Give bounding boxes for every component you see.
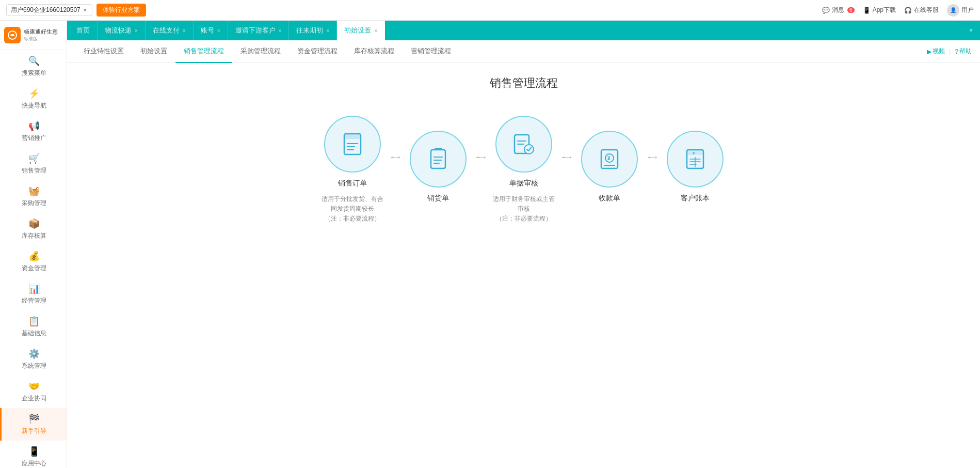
sidebar-item-quick-nav[interactable]: ⚡ 快捷导航 (0, 83, 67, 115)
nav-tab-account[interactable]: 账号 × (194, 21, 228, 40)
messages-item[interactable]: 💬 消息 6 (822, 6, 855, 14)
top-bar: 用户690企业1660120507 ▼ 体验行业方案 💬 消息 6 📱 App下… (0, 0, 980, 21)
sidebar-item-label: 应用中心 (22, 459, 46, 468)
close-icon[interactable]: × (279, 28, 282, 34)
sidebar-item-basic-info[interactable]: 📋 基础信息 (0, 310, 67, 343)
close-icon[interactable]: × (135, 28, 138, 34)
experience-button[interactable]: 体验行业方案 (97, 4, 146, 17)
user-item[interactable]: 👤 用户 (947, 4, 974, 17)
svg-rect-6 (431, 150, 445, 168)
handshake-icon: 🤝 (28, 381, 40, 392)
nav-tab-logistics[interactable]: 物流快递 × (98, 21, 146, 40)
divider: | (949, 48, 951, 55)
flow-arrow-1: --→ (391, 152, 400, 188)
page-title: 销售管理流程 (84, 75, 963, 91)
sidebar-item-sales[interactable]: 🛒 销售管理 (0, 148, 67, 180)
online-service-label: 在线客服 (914, 6, 939, 14)
close-icon[interactable]: × (326, 28, 329, 34)
sidebar-item-operations[interactable]: 📊 经营管理 (0, 278, 67, 310)
sidebar-item-marketing[interactable]: 📢 营销推广 (0, 115, 67, 148)
close-all-button[interactable]: × (964, 27, 978, 34)
user-selector[interactable]: 用户690企业1660120507 ▼ (6, 4, 92, 16)
basket-icon: 🧺 (28, 185, 40, 197)
help-action[interactable]: ? 帮助 (955, 47, 972, 56)
flow-arrow-2: --→ (476, 152, 486, 188)
sidebar-item-finance[interactable]: 💰 资金管理 (0, 245, 67, 278)
gear-icon: ⚙️ (28, 348, 40, 360)
sidebar-item-label: 系统管理 (22, 362, 46, 370)
mobile-icon: 📱 (863, 7, 871, 14)
money-icon: 💰 (28, 251, 40, 262)
sidebar-item-enterprise-collab[interactable]: 🤝 企业协同 (0, 376, 67, 408)
sub-tab-label: 行业特性设置 (84, 46, 124, 56)
nav-tab-invite-downstream[interactable]: 邀请下游客户 × (228, 21, 290, 40)
flow-step-receipt: ¥ 收款单 (573, 131, 646, 209)
nav-tab-label: 在线支付 (153, 26, 180, 35)
sub-tab-capital-flow[interactable]: 资金管理流程 (289, 40, 346, 63)
flow-arrow-3: --→ (562, 152, 571, 188)
svg-point-7 (437, 148, 439, 150)
help-label: 帮助 (959, 47, 972, 56)
search-icon: 🔍 (28, 55, 40, 67)
nav-tab-home[interactable]: 首页 (69, 21, 98, 40)
flow-circle-delivery (410, 131, 467, 188)
sidebar-item-label: 采购管理 (22, 199, 46, 208)
flow-step-label: 客户账本 (681, 194, 710, 203)
megaphone-icon: 📢 (28, 120, 40, 132)
app-download-item[interactable]: 📱 App下载 (863, 6, 896, 14)
sub-tab-industry-settings[interactable]: 行业特性设置 (75, 40, 132, 63)
sidebar-item-app-center[interactable]: 📱 应用中心 (0, 441, 67, 468)
nav-tab-label: 首页 (76, 26, 90, 35)
messages-label: 消息 (832, 6, 844, 14)
flow-step-label: 收款单 (599, 194, 620, 203)
sidebar-item-inventory[interactable]: 📦 库存核算 (0, 213, 67, 245)
sidebar-item-system[interactable]: ⚙️ 系统管理 (0, 343, 67, 376)
video-action[interactable]: ▶ 视频 (927, 47, 945, 56)
flow-step-customer-ledger: ¥ 客户账本 (659, 131, 731, 209)
chevron-down-icon: ▼ (83, 7, 88, 13)
sub-tab-inventory-flow[interactable]: 库存核算流程 (346, 40, 403, 63)
sub-tab-marketing-flow[interactable]: 营销管理流程 (403, 40, 459, 63)
sidebar-item-label: 资金管理 (22, 264, 46, 273)
sidebar-item-label: 搜索菜单 (22, 69, 46, 77)
flow-step-sales-order: 销售订单 适用于分批发货、有合同发货周期较长（注：非必要流程） (316, 116, 389, 224)
sidebar-item-search[interactable]: 🔍 搜索菜单 (0, 50, 67, 83)
flow-step-delivery: 销货单 (402, 131, 474, 209)
main-layout: 畅康通好生意 标准版 🔍 搜索菜单 ⚡ 快捷导航 📢 营销推广 🛒 销售管理 🧺… (0, 21, 980, 468)
logo-version: 标准版 (24, 36, 58, 42)
flow-step-desc: 适用于分批发货、有合同发货周期较长（注：非必要流程） (319, 194, 386, 224)
nav-tab-init-settings[interactable]: 初始设置 × (337, 21, 385, 40)
sub-tab-purchase-flow[interactable]: 采购管理流程 (232, 40, 289, 63)
sub-tab-init-settings[interactable]: 初始设置 (132, 40, 175, 63)
box-icon: 📦 (28, 218, 40, 229)
close-icon[interactable]: × (183, 28, 186, 34)
sidebar-item-label: 经营管理 (22, 297, 46, 305)
flow-step-doc-review: 单据审核 适用于财务审核或主管审核（注：非必要流程） (488, 116, 560, 224)
help-icon: ? (955, 48, 958, 55)
sidebar-item-purchase[interactable]: 🧺 采购管理 (0, 180, 67, 213)
nav-tab-label: 邀请下游客户 (235, 26, 276, 35)
online-service-item[interactable]: 🎧 在线客服 (904, 6, 939, 14)
nav-tab-label: 往来期初 (296, 26, 323, 35)
avatar: 👤 (947, 4, 959, 17)
logo-icon (4, 27, 21, 43)
chart-icon: 📊 (28, 283, 40, 294)
sub-tab-sales-flow[interactable]: 销售管理流程 (175, 40, 232, 63)
close-icon[interactable]: × (374, 28, 377, 34)
sidebar-item-newbie-guide[interactable]: 🏁 新手引导 (0, 408, 67, 441)
sub-tab-label: 营销管理流程 (411, 46, 451, 56)
flow-step-label: 单据审核 (509, 179, 538, 188)
close-icon[interactable]: × (217, 28, 220, 34)
sub-tab-label: 库存核算流程 (354, 46, 394, 56)
nav-tab-payment[interactable]: 在线支付 × (146, 21, 194, 40)
flow-circle-customer-ledger: ¥ (667, 131, 724, 188)
sidebar-item-label: 营销推广 (22, 134, 46, 143)
flow-circle-receipt: ¥ (581, 131, 638, 188)
page-content: 销售管理流程 销售订单 适用于分批发货、有合同 (67, 63, 980, 468)
nav-tab-label: 初始设置 (344, 26, 371, 35)
nav-tab-period-init[interactable]: 往来期初 × (289, 21, 337, 40)
message-icon: 💬 (822, 7, 830, 14)
flow-step-label: 销售订单 (338, 179, 367, 188)
flow-step-label: 销货单 (427, 194, 449, 203)
user-label: 用户 (961, 6, 974, 14)
